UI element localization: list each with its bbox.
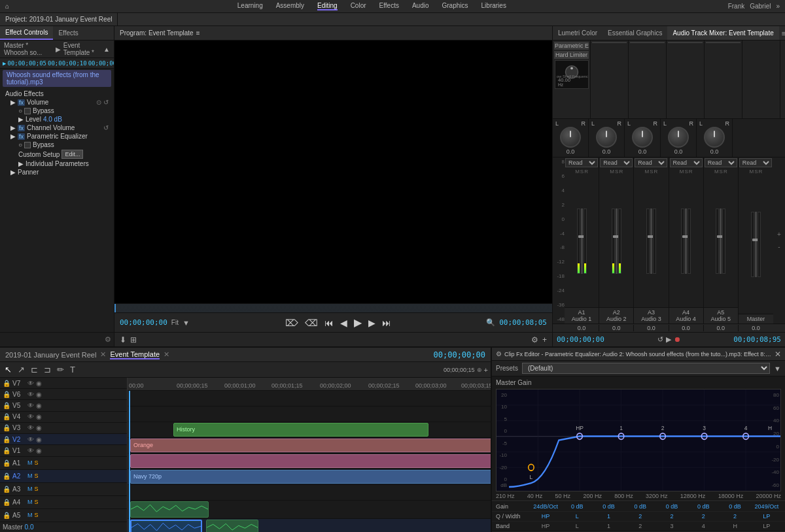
a1-m-btn[interactable]: M [575,169,580,175]
v5-lock[interactable]: 🔒 [3,402,10,409]
clip-fx-close[interactable]: ✕ [775,350,781,359]
preset-select[interactable]: (Default) [522,363,770,374]
v2-eye[interactable]: 👁 [27,436,34,443]
lane-v6[interactable] [128,407,491,422]
a4-solo[interactable]: S [35,499,39,505]
add-icon[interactable]: + [542,335,547,344]
a5-m-btn[interactable]: M [714,169,719,175]
a1-mute[interactable]: M [27,459,33,466]
home-icon[interactable]: ⌂ [5,3,9,10]
fx-slot-5-name[interactable] [706,42,741,43]
audio-clip-a2b[interactable] [206,520,258,532]
a3-s-btn[interactable]: S [650,169,653,175]
mixer-zoom-out[interactable]: - [778,243,780,250]
clip-history[interactable]: History [173,423,428,437]
a2-knob[interactable] [596,127,617,148]
q-2[interactable]: 1 [595,513,623,520]
a1-r-btn[interactable]: R [584,169,588,175]
timeline-add[interactable]: + [484,366,488,374]
q-3[interactable]: 2 [626,513,655,520]
q-0[interactable]: HP [531,513,560,520]
tab-effect-controls[interactable]: Effect Controls [0,26,53,40]
v6-lock[interactable]: 🔒 [3,391,10,398]
bypass2-radio[interactable]: ○ [18,141,22,148]
eq-graph-area[interactable]: 80 60 40 20 0 -20 -40 -60 20 10 5 0 -5 -… [496,389,781,491]
a4-m-btn[interactable]: M [680,169,684,175]
edit-button[interactable]: Edit... [61,150,83,159]
tab-lumetri[interactable]: Lumetri Color [553,26,602,40]
mixer-zoom-in[interactable]: + [777,231,781,238]
bypass2-checkbox[interactable] [24,142,31,148]
a3-solo[interactable]: S [35,486,39,492]
lane-a1[interactable] [128,501,491,519]
master-s-btn[interactable]: S [754,169,758,175]
mark-in-btn[interactable]: ⌦ [284,318,300,328]
a3-r-btn[interactable]: R [654,169,658,175]
band-5[interactable]: H [721,523,750,529]
lane-v5[interactable]: History [128,422,491,438]
user-gabriel[interactable]: Gabriel [750,3,771,10]
event-template-tab[interactable]: Event Template [110,350,160,359]
master-r-btn[interactable]: R [759,169,763,175]
nav-audio[interactable]: Audio [412,2,429,10]
lane-v2[interactable]: Navy 720p [128,469,491,485]
a1-s-btn[interactable]: S [580,169,584,175]
gain-2[interactable]: 0 dB [595,503,623,510]
nav-color[interactable]: Color [351,2,366,10]
a4-s-btn[interactable]: S [684,169,688,175]
a1-knob[interactable] [560,127,581,148]
v3-eye[interactable]: 👁 [27,424,34,431]
lane-v4[interactable]: Orange [128,438,491,454]
gain-3[interactable]: 0 dB [626,503,655,510]
lane-a2[interactable] [128,519,491,532]
a5-mute[interactable]: M [27,512,33,518]
a3-mute[interactable]: M [27,486,33,492]
eq-display[interactable]: 40.00 Hz ow Shelf Frequenc [555,60,589,89]
bypass-checkbox[interactable] [24,108,31,114]
master-m-btn[interactable]: M [750,169,754,175]
mixer-rewind[interactable]: ↺ [657,335,663,344]
band-hp[interactable]: HP [531,523,560,529]
pen-tool[interactable]: ✏ [55,365,66,374]
tab-close-1[interactable]: ✕ [100,350,106,359]
v2-lock[interactable]: 🔒 [3,436,10,443]
ripple-tool[interactable]: ⊏ [29,365,40,374]
ec-timecode-2[interactable]: 00;00;00;05 [7,60,46,67]
a2-solo[interactable]: S [35,473,39,479]
v1-lock[interactable]: 🔒 [3,447,10,454]
a2-lock[interactable]: 🔒 [3,473,10,480]
mixer-menu-icon[interactable]: ≡ [782,29,785,37]
q-7[interactable]: LP [752,513,781,520]
fx-slot-1-secondary[interactable]: Hard Limiter [554,51,589,59]
timeline-timecode[interactable]: 00;00;00;00 [434,350,485,359]
a5-knob[interactable] [704,127,725,148]
timecode-right[interactable]: 00;00;08;05 [499,318,547,327]
ec-timecode-3[interactable]: 00;00;00;10 [48,60,87,67]
zoom-icon[interactable]: 🔍 [486,318,495,327]
ec-timecode-4[interactable]: 00;00;00;00 [88,60,114,67]
clip-navy720p[interactable]: Navy 720p [130,470,491,484]
monitor-menu-icon[interactable]: ≡ [196,29,200,37]
v7-eye[interactable]: 👁 [27,380,34,387]
q-5[interactable]: 2 [689,513,718,520]
gain-0[interactable]: 24dB/Oct [531,503,560,510]
v6-solo[interactable]: ◉ [36,391,42,398]
master-volume-value[interactable]: 0.0 [25,524,34,531]
fx-slot-2-name[interactable] [592,42,627,43]
a2-m-btn[interactable]: M [610,169,614,175]
fx-slot-3-name[interactable] [630,42,665,43]
v7-lock[interactable]: 🔒 [3,380,10,387]
timecode-display[interactable]: 00;00;00;00 [120,318,167,327]
v4-eye[interactable]: 👁 [27,413,34,420]
tab-essential-graphics[interactable]: Essential Graphics [602,26,667,40]
more-icon[interactable]: » [776,3,780,10]
v3-solo[interactable]: ◉ [36,424,42,431]
a5-lock[interactable]: 🔒 [3,512,10,519]
a2-r-btn[interactable]: R [619,169,623,175]
band-1[interactable]: 1 [595,523,623,529]
a2-mode-select[interactable]: Read [600,158,633,167]
nav-learning[interactable]: Learning [237,2,263,10]
monitor-timeline[interactable] [114,303,552,312]
a2-mute[interactable]: M [27,473,33,479]
step-fwd-btn[interactable]: ⏭ [381,318,392,328]
